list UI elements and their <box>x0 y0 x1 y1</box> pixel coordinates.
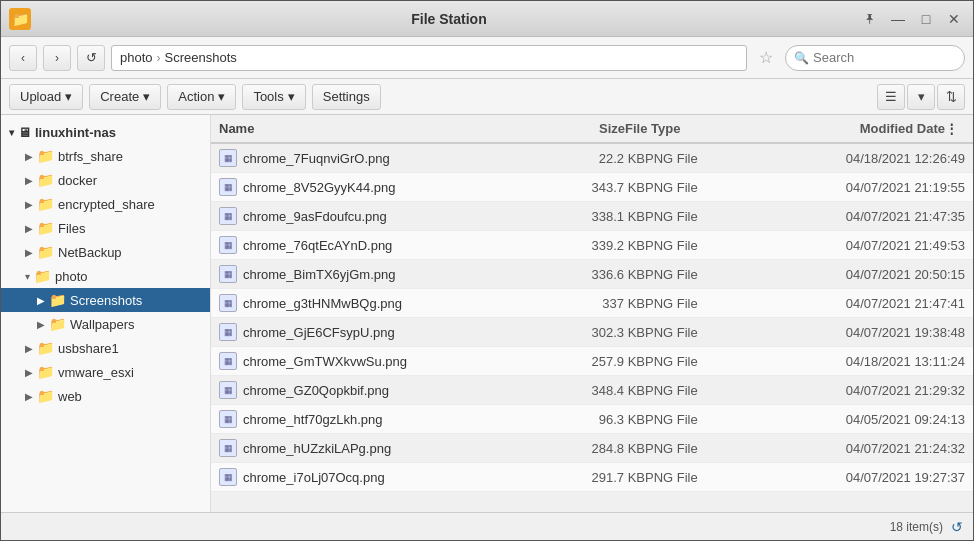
sidebar-item-encrypted_share[interactable]: ▶ 📁 encrypted_share <box>1 192 210 216</box>
file-type: PNG File <box>645 470 765 485</box>
maximize-button[interactable]: □ <box>915 8 937 30</box>
photo-label: photo <box>55 269 88 284</box>
file-row[interactable]: ▦ chrome_9asFdoufcu.png 338.1 KB PNG Fil… <box>211 202 973 231</box>
file-type-icon: ▦ <box>219 178 237 196</box>
window-controls: 🖈 — □ ✕ <box>859 8 965 30</box>
address-part2: Screenshots <box>165 50 237 65</box>
file-type-icon: ▦ <box>219 323 237 341</box>
netbackup-arrow-icon: ▶ <box>25 247 33 258</box>
file-name: chrome_i7oLj07Ocq.png <box>243 470 385 485</box>
netbackup-label: NetBackup <box>58 245 122 260</box>
sidebar-item-netbackup[interactable]: ▶ 📁 NetBackup <box>1 240 210 264</box>
sidebar-root-item[interactable]: ▾ 🖥 linuxhint-nas <box>1 121 210 144</box>
sidebar-item-files[interactable]: ▶ 📁 Files <box>1 216 210 240</box>
encrypted-folder-icon: 📁 <box>37 196 54 212</box>
sidebar-item-btrfs_share[interactable]: ▶ 📁 btrfs_share <box>1 144 210 168</box>
address-bar[interactable]: photo › Screenshots <box>111 45 747 71</box>
sort-button[interactable]: ⇅ <box>937 84 965 110</box>
upload-button[interactable]: Upload ▾ <box>9 84 83 110</box>
back-button[interactable]: ‹ <box>9 45 37 71</box>
sidebar-item-screenshots[interactable]: ▶ 📁 Screenshots <box>1 288 210 312</box>
close-button[interactable]: ✕ <box>943 8 965 30</box>
file-date: 04/07/2021 21:29:32 <box>765 383 965 398</box>
file-row[interactable]: ▦ chrome_htf70gzLkh.png 96.3 KB PNG File… <box>211 405 973 434</box>
tools-label: Tools <box>253 89 283 104</box>
file-name: chrome_GjE6CFsypU.png <box>243 325 395 340</box>
file-size: 257.9 KB <box>545 354 645 369</box>
file-row[interactable]: ▦ chrome_i7oLj07Ocq.png 291.7 KB PNG Fil… <box>211 463 973 492</box>
photo-folder-icon: 📁 <box>34 268 51 284</box>
file-row[interactable]: ▦ chrome_BimTX6yjGm.png 336.6 KB PNG Fil… <box>211 260 973 289</box>
action-button[interactable]: Action ▾ <box>167 84 236 110</box>
vmware-arrow-icon: ▶ <box>25 367 33 378</box>
tools-button[interactable]: Tools ▾ <box>242 84 305 110</box>
settings-label: Settings <box>323 89 370 104</box>
photo-arrow-icon: ▾ <box>25 271 30 282</box>
file-size: 337 KB <box>545 296 645 311</box>
file-row[interactable]: ▦ chrome_76qtEcAYnD.png 339.2 KB PNG Fil… <box>211 231 973 260</box>
settings-button[interactable]: Settings <box>312 84 381 110</box>
file-size: 22.2 KB <box>545 151 645 166</box>
file-row[interactable]: ▦ chrome_hUZzkiLAPg.png 284.8 KB PNG Fil… <box>211 434 973 463</box>
pin-button[interactable]: 🖈 <box>859 8 881 30</box>
usbshare-arrow-icon: ▶ <box>25 343 33 354</box>
view-dropdown-button[interactable]: ▾ <box>907 84 935 110</box>
file-row[interactable]: ▦ chrome_g3tHNMwBQg.png 337 KB PNG File … <box>211 289 973 318</box>
wallpapers-arrow-icon: ▶ <box>37 319 45 330</box>
file-size: 302.3 KB <box>545 325 645 340</box>
btrfs-folder-icon: 📁 <box>37 148 54 164</box>
file-type: PNG File <box>645 354 765 369</box>
sidebar-item-vmware_esxi[interactable]: ▶ 📁 vmware_esxi <box>1 360 210 384</box>
btrfs-label: btrfs_share <box>58 149 123 164</box>
root-arrow-icon: ▾ <box>9 127 14 138</box>
sidebar-item-docker[interactable]: ▶ 📁 docker <box>1 168 210 192</box>
file-name: chrome_76qtEcAYnD.png <box>243 238 392 253</box>
file-date: 04/07/2021 19:27:37 <box>765 470 965 485</box>
file-row[interactable]: ▦ chrome_GmTWXkvwSu.png 257.9 KB PNG Fil… <box>211 347 973 376</box>
sidebar-item-wallpapers[interactable]: ▶ 📁 Wallpapers <box>1 312 210 336</box>
file-row[interactable]: ▦ chrome_GZ0Qopkbif.png 348.4 KB PNG Fil… <box>211 376 973 405</box>
file-date: 04/18/2021 12:26:49 <box>765 151 965 166</box>
list-view-button[interactable]: ☰ <box>877 84 905 110</box>
file-size: 336.6 KB <box>545 267 645 282</box>
sidebar-item-photo[interactable]: ▾ 📁 photo <box>1 264 210 288</box>
header-name[interactable]: Name <box>219 121 525 136</box>
file-size: 343.7 KB <box>545 180 645 195</box>
file-name-cell: ▦ chrome_GjE6CFsypU.png <box>219 323 545 341</box>
file-row[interactable]: ▦ chrome_8V52GyyK44.png 343.7 KB PNG Fil… <box>211 173 973 202</box>
address-part1: photo <box>120 50 153 65</box>
root-label: linuxhint-nas <box>35 125 116 140</box>
screenshots-arrow-icon: ▶ <box>37 295 45 306</box>
file-name: chrome_g3tHNMwBQg.png <box>243 296 402 311</box>
file-name-cell: ▦ chrome_76qtEcAYnD.png <box>219 236 545 254</box>
file-name: chrome_htf70gzLkh.png <box>243 412 382 427</box>
file-date: 04/07/2021 21:47:41 <box>765 296 965 311</box>
create-button[interactable]: Create ▾ <box>89 84 161 110</box>
refresh-button[interactable]: ↺ <box>77 45 105 71</box>
files-arrow-icon: ▶ <box>25 223 33 234</box>
file-type: PNG File <box>645 383 765 398</box>
sidebar-item-web[interactable]: ▶ 📁 web <box>1 384 210 408</box>
file-name-cell: ▦ chrome_g3tHNMwBQg.png <box>219 294 545 312</box>
forward-button[interactable]: › <box>43 45 71 71</box>
search-box[interactable]: 🔍 <box>785 45 965 71</box>
create-dropdown-icon: ▾ <box>143 89 150 104</box>
file-date: 04/07/2021 21:49:53 <box>765 238 965 253</box>
file-row[interactable]: ▦ chrome_GjE6CFsypU.png 302.3 KB PNG Fil… <box>211 318 973 347</box>
files-label: Files <box>58 221 85 236</box>
sidebar-item-usbshare1[interactable]: ▶ 📁 usbshare1 <box>1 336 210 360</box>
favorite-button[interactable]: ☆ <box>753 45 779 71</box>
file-name-cell: ▦ chrome_i7oLj07Ocq.png <box>219 468 545 486</box>
file-row[interactable]: ▦ chrome_7FuqnviGrO.png 22.2 KB PNG File… <box>211 144 973 173</box>
header-date[interactable]: Modified Date <box>745 121 945 136</box>
screenshots-label: Screenshots <box>70 293 142 308</box>
minimize-button[interactable]: — <box>887 8 909 30</box>
header-size[interactable]: Size <box>525 121 625 136</box>
statusbar-refresh-button[interactable]: ↺ <box>951 519 963 535</box>
sidebar: ▾ 🖥 linuxhint-nas ▶ 📁 btrfs_share ▶ 📁 do… <box>1 115 211 512</box>
header-type[interactable]: File Type <box>625 121 745 136</box>
file-type-icon: ▦ <box>219 352 237 370</box>
main-content: ▾ 🖥 linuxhint-nas ▶ 📁 btrfs_share ▶ 📁 do… <box>1 115 973 512</box>
search-input[interactable] <box>813 50 974 65</box>
navigation-toolbar: ‹ › ↺ photo › Screenshots ☆ 🔍 <box>1 37 973 79</box>
